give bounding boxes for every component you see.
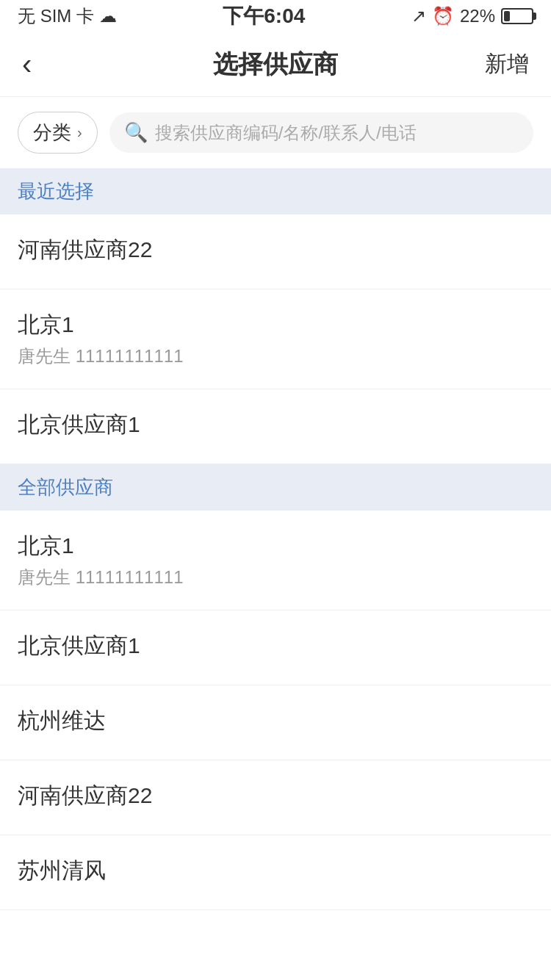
item-name: 杭州维达 [18, 706, 533, 736]
battery-icon [501, 8, 533, 24]
category-label: 分类 [33, 120, 71, 145]
add-button[interactable]: 新增 [485, 49, 529, 79]
item-name: 河南供应商22 [18, 235, 533, 265]
recent-list: 河南供应商22北京1唐先生 11111111111北京供应商1 [0, 215, 551, 464]
sim-status: 无 SIM 卡 ☁ [18, 4, 117, 28]
status-time: 下午6:04 [223, 2, 305, 30]
item-name: 北京供应商1 [18, 410, 533, 440]
chevron-right-icon: › [77, 124, 82, 141]
list-item[interactable]: 苏州清风 [0, 835, 551, 910]
item-name: 北京1 [18, 310, 533, 340]
page-title: 选择供应商 [213, 48, 338, 82]
search-icon: 🔍 [124, 121, 148, 144]
item-contact: 唐先生 11111111111 [18, 566, 533, 589]
item-name: 河南供应商22 [18, 781, 533, 811]
alarm-icon: ⏰ [432, 6, 454, 26]
all-list: 北京1唐先生 11111111111北京供应商1杭州维达河南供应商22苏州清风 [0, 511, 551, 910]
list-item[interactable]: 杭州维达 [0, 685, 551, 760]
filter-bar: 分类 › 🔍 [0, 97, 551, 168]
list-item[interactable]: 北京供应商1 [0, 610, 551, 685]
all-section-header: 全部供应商 [0, 464, 551, 511]
battery-percent: 22% [460, 6, 495, 26]
nav-bar: ‹ 选择供应商 新增 [0, 32, 551, 97]
list-item[interactable]: 北京供应商1 [0, 389, 551, 464]
item-contact: 唐先生 11111111111 [18, 345, 533, 368]
category-button[interactable]: 分类 › [18, 112, 98, 154]
list-item[interactable]: 河南供应商22 [0, 215, 551, 289]
list-item[interactable]: 河南供应商22 [0, 760, 551, 835]
list-item[interactable]: 北京1唐先生 11111111111 [0, 511, 551, 610]
item-name: 苏州清风 [18, 856, 533, 886]
recent-section-header: 最近选择 [0, 168, 551, 215]
status-right: ↗ ⏰ 22% [411, 6, 533, 26]
item-name: 北京供应商1 [18, 631, 533, 661]
list-item[interactable]: 北京1唐先生 11111111111 [0, 289, 551, 389]
location-icon: ↗ [411, 6, 426, 26]
back-button[interactable]: ‹ [22, 48, 66, 81]
search-bar: 🔍 [109, 112, 533, 153]
search-input[interactable] [155, 123, 519, 143]
item-name: 北京1 [18, 531, 533, 561]
status-bar: 无 SIM 卡 ☁ 下午6:04 ↗ ⏰ 22% [0, 0, 551, 32]
status-left: 无 SIM 卡 ☁ [18, 4, 117, 28]
